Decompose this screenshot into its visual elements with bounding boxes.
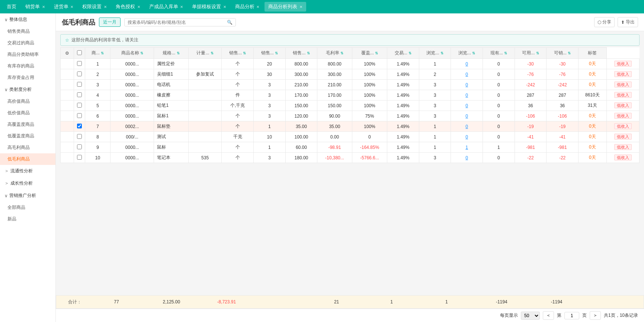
sidebar-group-flow[interactable]: ＞ 流通性分析 [0,165,55,177]
cell-name-0[interactable]: 属性定价 [154,59,188,69]
cell-browse1-8[interactable]: 1 [451,142,483,153]
nav-close-template[interactable]: ✕ [223,5,226,9]
nav-item-sales[interactable]: 销货单 ✕ [22,2,49,12]
col-sales-qty[interactable]: 销售... ⇅ [222,48,254,59]
sidebar-item-category-rate[interactable]: 商品分类助销率 [0,49,55,60]
sidebar-item-stock-fund[interactable]: 库存资金占用 [0,72,55,83]
cell-checkbox-9[interactable] [74,153,85,163]
share-button[interactable]: ⬡ 分享 [594,17,615,27]
row-checkbox-9[interactable] [77,155,82,160]
sidebar-item-stock-goods[interactable]: 有库存的商品 [0,60,55,72]
nav-close-sales[interactable]: ✕ [42,5,45,9]
col-browse1[interactable]: 浏览... ⇅ [419,48,451,59]
page-number-input[interactable] [564,312,579,319]
sidebar-item-high-margin[interactable]: 高毛利商品 [0,142,55,153]
cell-tag-2[interactable]: 低收入 [606,80,639,90]
row-checkbox-0[interactable] [77,61,82,66]
next-page-button[interactable]: ＞ [590,311,601,320]
nav-item-goods-analysis-list[interactable]: 商品分析列表 ✕ [265,2,306,12]
nav-close-product-warehouse[interactable]: ✕ [180,5,183,9]
sidebar-item-sales-goods[interactable]: 销售类商品 [0,26,55,37]
cell-name-8[interactable]: 鼠标 [154,142,188,153]
col-name[interactable]: 商品名称 ⇅ [110,48,154,59]
cell-tag-8[interactable]: 低收入 [606,142,639,153]
col-browse2[interactable]: 浏览... ⇅ [451,48,483,59]
row-checkbox-6[interactable] [77,124,82,128]
sidebar-item-high-value[interactable]: 高价值商品 [0,96,55,107]
sidebar-item-high-coverage[interactable]: 高覆盖度商品 [0,119,55,130]
sidebar-item-low-value[interactable]: 低价值商品 [0,107,55,119]
row-checkbox-5[interactable] [77,113,82,118]
sidebar-group-growth[interactable]: ＞ 成长性分析 [0,177,55,189]
cell-browse1-4[interactable]: 0 [451,101,483,111]
col-sales-profit[interactable]: 销售... ⇅ [285,48,317,59]
cell-name-1[interactable]: 吴细细1 [154,69,188,80]
cell-checkbox-7[interactable] [74,132,85,142]
nav-item-purchase[interactable]: 进货单 ✕ [50,2,77,12]
nav-item-permission[interactable]: 权限设置 ✕ [79,2,110,12]
col-saleable[interactable]: 可销... ⇅ [547,48,579,59]
nav-close-role[interactable]: ✕ [137,5,140,9]
cell-browse1-2[interactable]: 0 [451,80,483,90]
table-wrapper[interactable]: ⚙ 商... ⇅ 商品名称 ⇅ 规格... ⇅ 计量... ⇅ 销售... ⇅ … [60,47,640,295]
cell-tag-3[interactable]: 低收入 [606,90,639,101]
page-size-select[interactable]: 50 100 200 [521,312,540,320]
cell-name-6[interactable]: 鼠标垫 [154,121,188,132]
nav-item-home[interactable]: 首页 [3,2,20,12]
col-current-stock[interactable]: 现有... ⇅ [483,48,515,59]
nav-item-role[interactable]: 角色授权 ✕ [112,2,144,12]
col-unit[interactable]: 计量... ⇅ [188,48,222,59]
search-icon[interactable]: 🔍 [227,20,233,25]
cell-browse1-1[interactable]: 0 [451,69,483,80]
cell-browse1-7[interactable]: 0 [451,132,483,142]
row-checkbox-1[interactable] [77,71,82,76]
col-code[interactable]: 商... ⇅ [85,48,110,59]
cell-tag-5[interactable]: 低收入 [606,111,639,121]
row-checkbox-3[interactable] [77,92,82,97]
cell-tag-7[interactable]: 低收入 [606,132,639,142]
cell-tag-6[interactable]: 低收入 [606,121,639,132]
nav-item-product-warehouse[interactable]: 产成品入库单 ✕ [145,2,187,12]
cell-tag-1[interactable]: 低收入 [606,69,639,80]
row-checkbox-7[interactable] [77,134,82,139]
cell-name-9[interactable]: 笔记本 [154,153,188,163]
nav-item-template[interactable]: 单据模板设置 ✕ [188,2,230,12]
nav-close-goods-analysis-list[interactable]: ✕ [299,5,302,9]
cell-browse1-5[interactable]: 0 [451,111,483,121]
cell-name-5[interactable]: 鼠标1 [154,111,188,121]
nav-close-purchase[interactable]: ✕ [70,5,73,9]
col-checkbox[interactable] [74,48,85,59]
row-checkbox-2[interactable] [77,82,82,87]
nav-item-goods-analysis[interactable]: 商品分析 ✕ [231,2,263,12]
cell-tag-9[interactable]: 低收入 [606,153,639,163]
cell-browse1-3[interactable]: 0 [451,90,483,101]
sidebar-item-new-goods[interactable]: 新品 [0,213,55,225]
cell-checkbox-6[interactable] [74,121,85,132]
col-transaction[interactable]: 交易... ⇅ [387,48,419,59]
cell-checkbox-1[interactable] [74,69,85,80]
cell-name-2[interactable]: 电话机 [154,80,188,90]
sidebar-item-low-coverage[interactable]: 低覆盖度商品 [0,130,55,142]
cell-checkbox-2[interactable] [74,80,85,90]
search-input[interactable] [128,20,225,25]
sidebar-item-traded-goods[interactable]: 交易过的商品 [0,37,55,49]
select-all-checkbox[interactable] [77,50,82,55]
col-settings[interactable]: ⚙ [61,48,74,59]
prev-page-button[interactable]: ＜ [543,311,554,320]
cell-checkbox-8[interactable] [74,142,85,153]
nav-close-goods-analysis[interactable]: ✕ [256,5,259,9]
col-sales-amount[interactable]: 销售... ⇅ [253,48,285,59]
col-available[interactable]: 可用... ⇅ [515,48,547,59]
cell-name-7[interactable]: 测试 [154,132,188,142]
col-spec[interactable]: 规格... ⇅ [154,48,188,59]
cell-tag-4[interactable]: 低收入 [606,101,639,111]
cell-checkbox-0[interactable] [74,59,85,69]
col-coverage[interactable]: 覆盖... ⇅ [352,48,387,59]
sidebar-group-marketing[interactable]: ∨ 营销推广分析 [0,189,55,202]
sidebar-item-all-goods[interactable]: 全部商品 [0,202,55,213]
date-filter-button[interactable]: 近一月 [99,17,121,27]
cell-checkbox-4[interactable] [74,101,85,111]
nav-close-permission[interactable]: ✕ [104,5,107,9]
sidebar-group-class[interactable]: ∨ 类射度分析 [0,83,55,96]
cell-checkbox-5[interactable] [74,111,85,121]
